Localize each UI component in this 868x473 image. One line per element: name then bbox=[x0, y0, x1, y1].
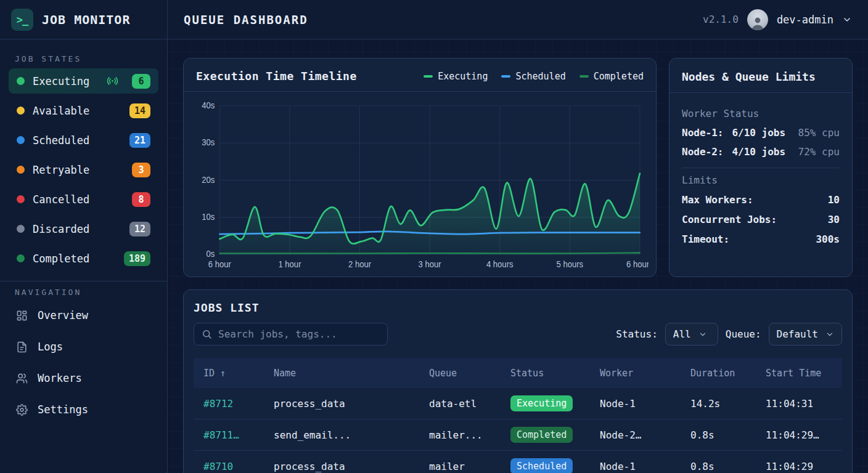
sidebar-state-retryable[interactable]: Retryable 3 bbox=[9, 157, 158, 182]
state-count-badge: 21 bbox=[129, 133, 150, 148]
workers-icon bbox=[16, 373, 28, 384]
user-avatar[interactable] bbox=[747, 9, 768, 30]
job-queue: mailer bbox=[419, 461, 501, 472]
job-states-header: JOB STATES bbox=[15, 54, 167, 63]
column-worker[interactable]: Worker bbox=[590, 368, 681, 379]
sidebar: JOB STATES Executing 6 Available 14 Sche… bbox=[0, 39, 168, 473]
jobs-table-header: ID ↑ Name Queue Status Worker Duration S… bbox=[194, 358, 842, 388]
nav-label: Logs bbox=[38, 341, 63, 353]
column-queue[interactable]: Queue bbox=[419, 368, 501, 379]
svg-text:30s: 30s bbox=[202, 138, 215, 147]
limit-value: 30 bbox=[828, 214, 840, 225]
svg-text:6 hour: 6 hour bbox=[208, 260, 232, 269]
status-badge: Executing bbox=[510, 395, 573, 411]
legend-swatch bbox=[501, 75, 510, 78]
state-label: Discarded bbox=[33, 223, 89, 235]
status-select[interactable]: All bbox=[665, 323, 718, 346]
nodes-card-title: Nodes & Queue Limits bbox=[669, 59, 852, 93]
column-duration[interactable]: Duration bbox=[681, 368, 756, 379]
chevron-down-icon bbox=[825, 330, 834, 339]
legend-scheduled: Scheduled bbox=[501, 71, 565, 82]
job-worker: Node-1 bbox=[590, 461, 681, 472]
state-label: Scheduled bbox=[33, 134, 89, 147]
sidebar-state-completed[interactable]: Completed 189 bbox=[9, 246, 158, 271]
svg-text:1 hour: 1 hour bbox=[278, 260, 301, 269]
search-input[interactable] bbox=[218, 328, 380, 340]
limit-label: Concurrent Jobs: bbox=[682, 214, 777, 225]
nav-label: Settings bbox=[38, 403, 88, 416]
state-color-dot bbox=[17, 107, 25, 115]
navigation-header: NAVIGATION bbox=[15, 288, 167, 297]
queue-select[interactable]: Default bbox=[769, 323, 842, 346]
job-id-link[interactable]: #8711… bbox=[194, 429, 264, 441]
column-id[interactable]: ID ↑ bbox=[194, 368, 264, 379]
live-broadcast-icon bbox=[107, 75, 118, 87]
limit-label: Timeout: bbox=[682, 233, 729, 245]
sidebar-state-cancelled[interactable]: Cancelled 8 bbox=[9, 187, 158, 212]
node-name: Node-2: bbox=[682, 146, 723, 158]
logs-icon bbox=[16, 341, 28, 353]
job-duration: 0.8s bbox=[681, 461, 756, 472]
sidebar-item-overview[interactable]: Overview bbox=[9, 302, 158, 328]
sidebar-item-logs[interactable]: Logs bbox=[9, 334, 158, 360]
limit-concurrent-jobs: Concurrent Jobs: 30 bbox=[682, 214, 840, 225]
node-jobs: 4/10 jobs bbox=[732, 146, 785, 158]
sidebar-state-discarded[interactable]: Discarded 12 bbox=[9, 216, 158, 241]
legend-swatch bbox=[579, 75, 589, 78]
svg-text:10s: 10s bbox=[202, 212, 215, 222]
job-name: send_email... bbox=[264, 429, 419, 441]
sidebar-item-settings[interactable]: Settings bbox=[9, 397, 158, 422]
node-cpu: 72% cpu bbox=[798, 146, 840, 158]
node-1-row: Node-1: 6/10 jobs 85% cpu bbox=[682, 127, 840, 139]
chart-legend: Executing Scheduled Completed bbox=[424, 71, 644, 82]
table-row[interactable]: #8711… send_email... mailer... Completed… bbox=[194, 419, 842, 451]
job-name: process_data bbox=[264, 461, 419, 472]
node-jobs: 6/10 jobs bbox=[732, 127, 785, 139]
limit-value: 300s bbox=[816, 233, 840, 245]
nav-label: Workers bbox=[38, 372, 82, 384]
job-start-time: 11:04:29 bbox=[756, 461, 842, 472]
state-label: Executing bbox=[33, 75, 89, 87]
state-color-dot bbox=[17, 225, 25, 233]
svg-text:6 hours: 6 hours bbox=[626, 260, 649, 269]
state-color-dot bbox=[17, 166, 25, 174]
column-status[interactable]: Status bbox=[501, 368, 590, 379]
state-count-badge: 189 bbox=[124, 251, 150, 266]
job-name: process_data bbox=[264, 398, 419, 410]
limit-value: 10 bbox=[828, 194, 840, 206]
table-row[interactable]: #8710 process_data mailer Scheduled Node… bbox=[194, 451, 842, 473]
limit-timeout: Timeout: 300s bbox=[682, 233, 840, 245]
svg-text:40s: 40s bbox=[202, 101, 215, 110]
job-id-link[interactable]: #8712 bbox=[194, 398, 264, 410]
state-label: Cancelled bbox=[33, 193, 89, 206]
app-title: JOB MONITOR bbox=[42, 12, 130, 27]
table-row[interactable]: #8712 process_data data-etl Executing No… bbox=[194, 388, 842, 419]
top-bar: QUEUE DASHBOARD v2.1.0 dev-admin bbox=[168, 0, 868, 39]
sidebar-divider bbox=[0, 281, 167, 281]
job-id-link[interactable]: #8710 bbox=[194, 461, 264, 472]
username-label: dev-admin bbox=[777, 14, 833, 26]
queue-select-value: Default bbox=[777, 328, 818, 340]
column-start-time[interactable]: Start Time bbox=[756, 368, 842, 379]
jobs-list-card: JOBS LIST Status: All Queue: Default bbox=[183, 289, 853, 473]
settings-icon bbox=[16, 404, 28, 416]
job-worker: Node-2… bbox=[590, 429, 681, 441]
legend-executing: Executing bbox=[424, 71, 488, 82]
sidebar-state-scheduled[interactable]: Scheduled 21 bbox=[9, 127, 158, 153]
nodes-card-divider bbox=[682, 168, 840, 168]
column-name[interactable]: Name bbox=[264, 368, 419, 379]
state-color-dot bbox=[17, 254, 25, 262]
search-box bbox=[194, 323, 388, 346]
jobs-table: ID ↑ Name Queue Status Worker Duration S… bbox=[194, 358, 842, 473]
queue-filter-label: Queue: bbox=[726, 328, 761, 340]
state-color-dot bbox=[17, 136, 25, 144]
sidebar-state-executing[interactable]: Executing 6 bbox=[9, 68, 158, 94]
limit-label: Max Workers: bbox=[682, 194, 753, 206]
sidebar-state-available[interactable]: Available 14 bbox=[9, 98, 158, 123]
chevron-down-icon[interactable] bbox=[842, 15, 852, 25]
state-color-dot bbox=[17, 195, 25, 203]
svg-text:4 hours: 4 hours bbox=[486, 260, 514, 269]
status-select-value: All bbox=[673, 328, 691, 340]
state-label: Available bbox=[33, 105, 89, 117]
sidebar-item-workers[interactable]: Workers bbox=[9, 365, 158, 391]
